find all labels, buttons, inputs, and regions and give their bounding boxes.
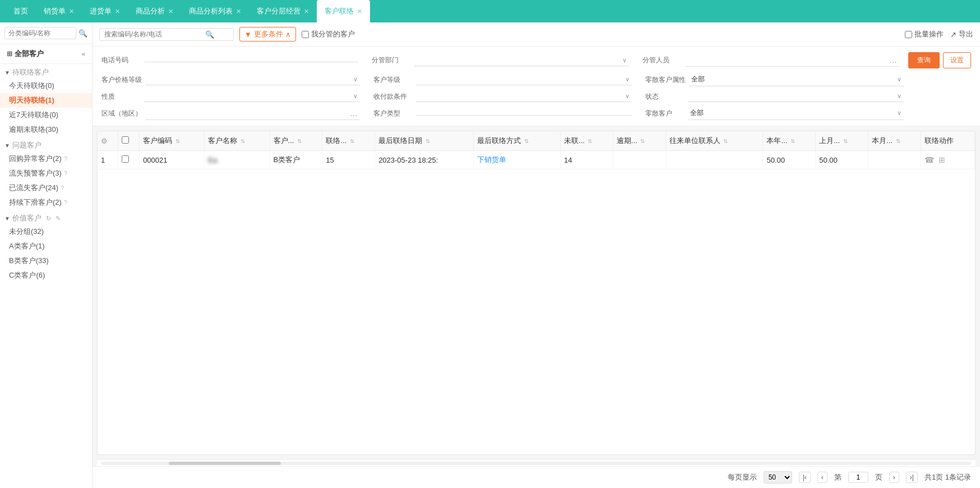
nav-customer-contact[interactable]: 客户联络 ✕ bbox=[317, 0, 370, 22]
unit-contact-sort-icon[interactable]: ⇅ bbox=[723, 138, 728, 144]
type-sort-icon[interactable]: ⇅ bbox=[297, 138, 302, 144]
value-refresh-icon[interactable]: ↻ bbox=[46, 215, 51, 222]
filter-region: 区域（地区） … bbox=[101, 107, 360, 120]
filter-payment: 收付款条件 ∨ bbox=[373, 91, 632, 102]
code-sort-icon[interactable]: ⇅ bbox=[175, 138, 180, 144]
filter-mgr-input[interactable]: … bbox=[685, 54, 899, 67]
top-nav: 首页 销货单 ✕ 进货单 ✕ 商品分析 ✕ 商品分析列表 ✕ 客户分层经营 ✕ … bbox=[0, 0, 980, 22]
row-name: Ea bbox=[205, 151, 270, 169]
sidebar-item-class-c[interactable]: C类客户(6) bbox=[0, 268, 92, 283]
filter-row-1: 电话号码 分管部门 ∨ 分管人员 bbox=[101, 52, 971, 68]
retail-attr-chevron-icon: ∨ bbox=[897, 76, 902, 83]
export-button[interactable]: ↗ 导出 bbox=[950, 29, 973, 39]
close-goods-list-tab[interactable]: ✕ bbox=[236, 8, 241, 15]
nav-sales[interactable]: 销货单 ✕ bbox=[36, 0, 82, 22]
row-this-month bbox=[868, 151, 921, 169]
row-contact-count: 15 bbox=[322, 151, 375, 169]
sidebar-search-input[interactable] bbox=[4, 27, 76, 39]
name-sort-icon[interactable]: ⇅ bbox=[241, 138, 245, 144]
sidebar-search-icon[interactable]: 🔍 bbox=[78, 29, 87, 38]
settings-button[interactable]: 设置 bbox=[943, 52, 971, 68]
search-bar: 🔍 ▼ 更多条件 ∧ 我分管的客户 批量操作 ↗ 导出 bbox=[93, 22, 980, 47]
th-overdue: 逾期... ⇅ bbox=[613, 131, 665, 151]
sidebar-item-overdue-pending[interactable]: 逾期未联络(30) bbox=[0, 122, 92, 137]
close-sales-tab[interactable]: ✕ bbox=[69, 8, 74, 15]
last-contact-way-link[interactable]: 下销货单 bbox=[477, 155, 506, 164]
search-icon[interactable]: 🔍 bbox=[205, 30, 214, 39]
filter-cust-level-select[interactable]: ∨ bbox=[416, 74, 632, 85]
help-icon-4[interactable]: ? bbox=[64, 199, 67, 206]
gear-icon[interactable]: ⚙ bbox=[101, 137, 108, 145]
select-all-checkbox[interactable] bbox=[122, 136, 129, 144]
sidebar-item-today-pending[interactable]: 今天待联络(0) bbox=[0, 79, 92, 93]
sidebar: 🔍 ⊞ 全部客户 « ▼ 待联络客户 今天待联络(0) 明天待联络(1) 近7天… bbox=[0, 22, 93, 488]
filter-cust-type-input[interactable] bbox=[416, 112, 632, 116]
nav-purchase[interactable]: 进货单 ✕ bbox=[82, 0, 128, 22]
horizontal-scrollbar[interactable] bbox=[97, 459, 976, 466]
my-customers-checkbox-wrap[interactable]: 我分管的客户 bbox=[302, 29, 355, 39]
last-date-sort-icon[interactable]: ⇅ bbox=[426, 138, 430, 144]
close-goods-analysis-tab[interactable]: ✕ bbox=[168, 8, 173, 15]
filter-retail-cust-select[interactable]: 全部 ∨ bbox=[688, 107, 904, 120]
my-customers-checkbox[interactable] bbox=[302, 31, 309, 38]
sidebar-item-7days-pending[interactable]: 近7天待联络(0) bbox=[0, 108, 92, 122]
filter-price-level-select[interactable]: ∨ bbox=[145, 74, 360, 85]
query-button[interactable]: 查询 bbox=[908, 52, 940, 68]
page-number-input[interactable] bbox=[848, 472, 868, 483]
more-filter-button[interactable]: ▼ 更多条件 ∧ bbox=[239, 27, 296, 42]
filter-status-select[interactable]: ∨ bbox=[688, 91, 904, 102]
close-purchase-tab[interactable]: ✕ bbox=[115, 8, 120, 15]
filter-dept-select[interactable]: ∨ bbox=[414, 55, 628, 66]
this-month-sort-icon[interactable]: ⇅ bbox=[896, 138, 900, 144]
grid-icon: ⊞ bbox=[7, 50, 12, 58]
scroll-thumb[interactable] bbox=[169, 462, 281, 465]
sidebar-item-class-a[interactable]: A类客户(1) bbox=[0, 239, 92, 254]
help-icon-2[interactable]: ? bbox=[64, 170, 67, 177]
per-page-select[interactable]: 50 100 200 bbox=[764, 471, 792, 484]
cust-level-chevron-icon: ∨ bbox=[625, 76, 630, 83]
row-unit-contact bbox=[665, 151, 763, 169]
search-input[interactable] bbox=[104, 30, 205, 38]
batch-op-checkbox[interactable] bbox=[905, 31, 912, 38]
batch-op-button[interactable]: 批量操作 bbox=[905, 29, 944, 39]
close-customer-contact-tab[interactable]: ✕ bbox=[357, 8, 362, 15]
prev-page-button[interactable]: ‹ bbox=[817, 472, 828, 483]
contact-count-sort-icon[interactable]: ⇅ bbox=[350, 138, 354, 144]
filter-nature-select[interactable]: ∨ bbox=[144, 91, 360, 102]
sidebar-item-ungrouped[interactable]: 未分组(32) bbox=[0, 224, 92, 239]
th-unlinked-days: 未联... ⇅ bbox=[561, 131, 613, 151]
help-icon-1[interactable]: ? bbox=[64, 155, 67, 162]
filter-phone-input[interactable] bbox=[144, 58, 358, 62]
collapse-all-icon[interactable]: « bbox=[82, 50, 85, 57]
this-year-sort-icon[interactable]: ⇅ bbox=[791, 138, 795, 144]
nav-home[interactable]: 首页 bbox=[6, 0, 36, 22]
row-select-checkbox[interactable] bbox=[122, 155, 129, 163]
unlinked-sort-icon[interactable]: ⇅ bbox=[588, 138, 592, 144]
sidebar-item-tomorrow-pending[interactable]: 明天待联络(1) bbox=[0, 93, 92, 108]
pending-group-header: ▼ 待联络客户 bbox=[0, 64, 92, 79]
filter-region-input[interactable]: … bbox=[145, 107, 360, 120]
sidebar-item-churn-warning[interactable]: 流失预警客户(3) ? bbox=[0, 166, 92, 181]
nav-goods-analysis[interactable]: 商品分析 ✕ bbox=[128, 0, 181, 22]
sidebar-item-churned[interactable]: 已流失客户(24) ? bbox=[0, 181, 92, 195]
nav-customer-tier[interactable]: 客户分层经营 ✕ bbox=[249, 0, 317, 22]
sidebar-item-class-b[interactable]: B类客户(33) bbox=[0, 254, 92, 268]
first-page-button[interactable]: |‹ bbox=[799, 472, 811, 483]
row-last-contact-way: 下销货单 bbox=[474, 151, 561, 169]
sidebar-all-customers[interactable]: ⊞ 全部客户 « bbox=[0, 44, 92, 64]
value-edit-icon[interactable]: ✎ bbox=[56, 215, 61, 222]
sidebar-item-declining[interactable]: 持续下滑客户(2) ? bbox=[0, 195, 92, 210]
last-month-sort-icon[interactable]: ⇅ bbox=[843, 138, 848, 144]
action-more-icon[interactable]: ⊞ bbox=[939, 155, 945, 164]
filter-payment-select[interactable]: ∨ bbox=[416, 91, 632, 102]
overdue-sort-icon[interactable]: ⇅ bbox=[640, 138, 645, 144]
sidebar-item-repurchase-abnormal[interactable]: 回购异常客户(2) ? bbox=[0, 151, 92, 166]
next-page-button[interactable]: › bbox=[889, 472, 899, 483]
last-page-button[interactable]: ›| bbox=[906, 472, 918, 483]
nav-goods-analysis-list[interactable]: 商品分析列表 ✕ bbox=[181, 0, 249, 22]
filter-retail-attr-select[interactable]: 全部 ∨ bbox=[689, 73, 904, 86]
help-icon-3[interactable]: ? bbox=[61, 185, 64, 191]
close-customer-tier-tab[interactable]: ✕ bbox=[304, 8, 309, 15]
action-phone-icon[interactable]: ☎ bbox=[924, 155, 934, 164]
last-way-sort-icon[interactable]: ⇅ bbox=[524, 138, 529, 144]
